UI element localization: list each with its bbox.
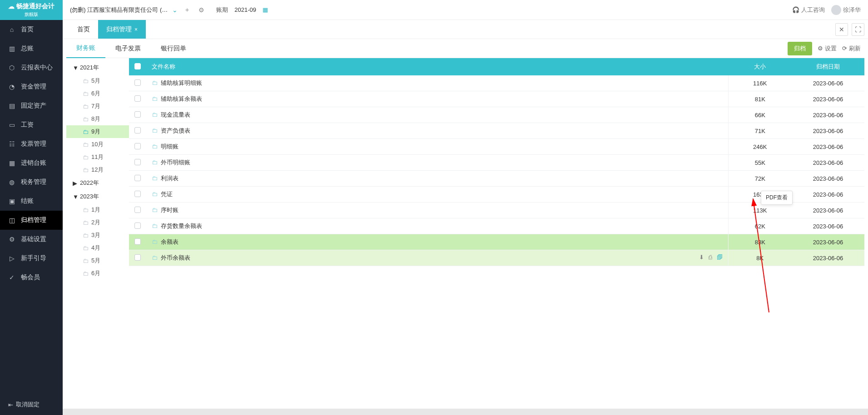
nav-item-settings[interactable]: ⚙基础设置 — [0, 230, 63, 249]
nav-item-ledger[interactable]: ▥总账 — [0, 39, 63, 58]
row-checkbox[interactable] — [134, 191, 141, 197]
preview-icon[interactable]: 🗐 — [717, 254, 723, 261]
file-size: 83K — [728, 234, 792, 250]
tax-icon: ◍ — [8, 178, 15, 186]
subtabs: 财务账 电子发票 银行回单 归档 ⚙设置 ⟳刷新 — [66, 39, 864, 58]
row-checkbox[interactable] — [134, 79, 141, 86]
download-icon[interactable]: ⬇ — [699, 254, 704, 261]
tree-month[interactable]: 🗀3月 — [66, 229, 129, 242]
nav-label: 首页 — [21, 25, 34, 34]
table-row[interactable]: 🗀明细账246K2023-06-06 — [129, 139, 864, 155]
period-value[interactable]: 2021-09 — [234, 6, 256, 13]
subtab-einvoice[interactable]: 电子发票 — [105, 39, 151, 58]
tree-month[interactable]: 🗀5月 — [66, 74, 129, 87]
company-selector[interactable]: (勿删) 江西服宝精品有限责任公司 (… — [70, 6, 168, 14]
subtab-finance-label: 财务账 — [76, 44, 95, 52]
row-checkbox[interactable] — [134, 159, 141, 165]
tab-archive[interactable]: 归档管理× — [98, 20, 146, 39]
table-row[interactable]: 🗀利润表72K2023-06-06 — [129, 171, 864, 187]
nav-item-guide[interactable]: ▷新手引导 — [0, 249, 63, 268]
archive-button[interactable]: 归档 — [788, 42, 812, 55]
row-checkbox[interactable] — [134, 111, 141, 118]
row-checkbox[interactable] — [134, 238, 141, 245]
tree-month[interactable]: 🗀2月 — [66, 216, 129, 229]
close-icon: ▣ — [8, 198, 15, 205]
table-row[interactable]: 🗀资产负债表71K2023-06-06 — [129, 123, 864, 139]
row-checkbox[interactable] — [134, 254, 141, 261]
support-link[interactable]: 🎧人工咨询 — [792, 6, 825, 14]
tree-month[interactable]: 🗀6月 — [66, 267, 129, 280]
row-checkbox[interactable] — [134, 143, 141, 149]
tree-month[interactable]: 🗀1月 — [66, 203, 129, 216]
tree-month[interactable]: 🗀7月 — [66, 100, 129, 113]
row-checkbox[interactable] — [134, 95, 141, 102]
year-tree: ▼2021年🗀5月🗀6月🗀7月🗀8月🗀9月🗀10月🗀11月🗀12月▶2022年▼… — [66, 58, 129, 415]
headset-icon: 🎧 — [792, 6, 799, 13]
row-checkbox[interactable] — [134, 175, 141, 181]
tree-year[interactable]: ▼2023年 — [66, 190, 129, 203]
tree-month[interactable]: 🗀4月 — [66, 242, 129, 254]
nav-item-tax[interactable]: ◍税务管理 — [0, 173, 63, 192]
pdf-icon[interactable]: ⎙ — [709, 254, 712, 261]
file-icon: 🗀 — [152, 222, 158, 229]
pdf-view-tooltip: PDF查看 — [761, 191, 793, 205]
row-checkbox[interactable] — [134, 222, 141, 229]
tree-month-label: 8月 — [91, 115, 100, 123]
nav-item-invoice[interactable]: ☷发票管理 — [0, 134, 63, 153]
tree-year[interactable]: ▼2021年 — [66, 61, 129, 74]
tree-month[interactable]: 🗀6月 — [66, 87, 129, 100]
subtab-bank-label: 银行回单 — [161, 44, 186, 53]
tree-month[interactable]: 🗀9月 — [66, 125, 129, 138]
subtab-finance[interactable]: 财务账 — [66, 39, 105, 58]
row-checkbox[interactable] — [134, 207, 141, 213]
add-company-button[interactable]: ＋ — [182, 6, 192, 14]
close-all-button[interactable]: ✕ — [835, 23, 848, 36]
file-name: 存货数量余额表 — [161, 222, 202, 229]
table-row[interactable]: 🗀外币明细账55K2023-06-06 — [129, 155, 864, 171]
invoice-icon: ☷ — [8, 140, 15, 148]
tree-year[interactable]: ▶2022年 — [66, 176, 129, 190]
table-row[interactable]: 🗀凭证163K2023-06-06 — [129, 187, 864, 203]
calendar-icon[interactable]: ▦ — [263, 6, 268, 13]
table-row[interactable]: 🗀存货数量余额表62K2023-06-06 — [129, 218, 864, 234]
tree-month[interactable]: 🗀8月 — [66, 113, 129, 125]
brand-name: 畅捷通好会计 — [16, 2, 55, 10]
nav-label: 固定资产 — [21, 102, 46, 110]
nav-label: 发票管理 — [21, 140, 46, 148]
table-row[interactable]: 🗀现金流量表66K2023-06-06 — [129, 107, 864, 123]
tree-month[interactable]: 🗀10月 — [66, 138, 129, 151]
tree-month[interactable]: 🗀5月 — [66, 254, 129, 267]
select-all-checkbox[interactable] — [134, 63, 141, 69]
fullscreen-button[interactable]: ⛶ — [852, 23, 864, 36]
nav-item-report[interactable]: ⬡云报表中心 — [0, 58, 63, 77]
table-row[interactable]: 🗀外币余额表⬇⎙🗐8K2023-06-06 — [129, 250, 864, 266]
refresh-link[interactable]: ⟳刷新 — [842, 44, 861, 53]
nav-item-home[interactable]: ⌂首页 — [0, 20, 63, 39]
table-row[interactable]: 🗀余额表83K2023-06-06 — [129, 234, 864, 250]
subtab-bank[interactable]: 银行回单 — [151, 39, 196, 58]
folder-icon: 🗀 — [83, 141, 89, 148]
archive-date: 2023-06-06 — [792, 107, 864, 123]
table-row[interactable]: 🗀辅助核算明细账116K2023-06-06 — [129, 75, 864, 91]
cloud-icon: ☁ — [8, 3, 15, 10]
nav-item-close[interactable]: ▣结账 — [0, 192, 63, 211]
user-menu[interactable]: 徐泽华 — [831, 5, 861, 15]
tree-month[interactable]: 🗀12月 — [66, 163, 129, 176]
sidebar-unpin[interactable]: ⇤取消固定 — [0, 394, 63, 415]
tree-month[interactable]: 🗀11月 — [66, 151, 129, 163]
settings-link[interactable]: ⚙设置 — [818, 44, 837, 53]
row-checkbox[interactable] — [134, 127, 141, 133]
table-row[interactable]: 🗀序时账113K2023-06-06 — [129, 203, 864, 218]
nav-item-archive[interactable]: ◫归档管理 — [0, 211, 63, 230]
tab-close-icon[interactable]: × — [134, 26, 138, 33]
nav-item-stock[interactable]: ▦进销台账 — [0, 153, 63, 173]
tab-home[interactable]: 首页 — [69, 20, 98, 39]
company-settings-button[interactable]: ⚙ — [197, 6, 206, 14]
nav-item-vip[interactable]: ✓畅会员 — [0, 268, 63, 287]
table-row[interactable]: 🗀辅助核算余额表81K2023-06-06 — [129, 91, 864, 107]
nav-item-salary[interactable]: ▭工资 — [0, 115, 63, 134]
nav-item-funds[interactable]: ◔资金管理 — [0, 77, 63, 96]
nav-item-assets[interactable]: ▤固定资产 — [0, 96, 63, 115]
chevron-down-icon[interactable]: ⌄ — [172, 6, 178, 14]
horizontal-scrollbar[interactable] — [63, 409, 868, 415]
